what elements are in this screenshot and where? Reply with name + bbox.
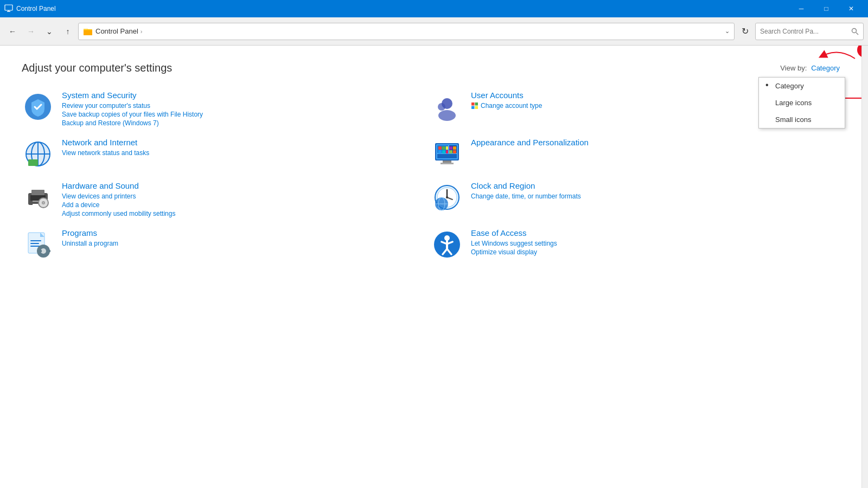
category-programs: Programs Uninstall a program	[22, 228, 431, 261]
close-button[interactable]: ✕	[839, 0, 864, 17]
ease-text: Ease of Access Let Windows suggest setti…	[471, 228, 840, 256]
svg-rect-57	[30, 243, 39, 244]
hardware-title[interactable]: Hardware and Sound	[62, 181, 431, 190]
clock-link-1[interactable]: Change date, time, or number formats	[471, 192, 840, 200]
svg-rect-64	[47, 250, 50, 252]
clock-title[interactable]: Clock and Region	[471, 181, 840, 190]
appearance-title[interactable]: Appearance and Personalization	[471, 138, 840, 147]
appearance-icon	[431, 138, 463, 170]
svg-rect-29	[453, 146, 456, 150]
category-hardware-sound: Hardware and Sound View devices and prin…	[22, 181, 431, 217]
svg-rect-33	[449, 150, 452, 153]
user-accounts-link-1[interactable]: Change account type	[481, 102, 542, 110]
svg-rect-58	[30, 246, 40, 247]
breadcrumb-sep: ›	[141, 28, 143, 35]
network-link-1[interactable]: View network status and tasks	[62, 149, 431, 157]
back-button[interactable]: ←	[4, 23, 21, 40]
categories-grid: System and Security Review your computer…	[22, 91, 840, 261]
view-by-container: View by: Category 1	[780, 64, 840, 72]
minimize-button[interactable]: ─	[789, 0, 814, 17]
search-icon	[851, 28, 859, 35]
programs-title[interactable]: Programs	[62, 228, 431, 237]
svg-rect-28	[449, 146, 452, 150]
titlebar-title: Control Panel	[16, 5, 789, 12]
address-box: Control Panel › ⌄	[78, 23, 735, 40]
network-title[interactable]: Network and Internet	[62, 138, 431, 147]
recent-button[interactable]: ⌄	[41, 23, 58, 40]
breadcrumb-item[interactable]: Control Panel	[95, 27, 138, 35]
system-security-title[interactable]: System and Security	[62, 91, 431, 100]
network-text: Network and Internet View network status…	[62, 138, 431, 157]
svg-rect-0	[5, 5, 12, 10]
maximize-button[interactable]: □	[814, 0, 839, 17]
svg-line-5	[856, 33, 858, 35]
svg-rect-63	[39, 250, 42, 252]
hardware-link-2[interactable]: Add a device	[62, 201, 431, 209]
category-network-internet: Network and Internet View network status…	[22, 138, 431, 170]
system-security-link-1[interactable]: Review your computer's status	[62, 102, 431, 110]
category-appearance: Appearance and Personalization	[431, 138, 840, 170]
ease-link-2[interactable]: Optimize visual display	[471, 248, 840, 256]
dropdown-item-category[interactable]: Category	[759, 78, 845, 94]
svg-rect-56	[30, 240, 41, 241]
main-area: Adjust your computer's settings View by:…	[0, 46, 868, 488]
page-header: Adjust your computer's settings View by:…	[22, 62, 840, 74]
svg-rect-10	[471, 102, 475, 106]
titlebar-controls: ─ □ ✕	[789, 0, 864, 17]
address-dropdown-btn[interactable]: ⌄	[725, 28, 730, 35]
clock-text: Clock and Region Change date, time, or n…	[471, 181, 840, 200]
search-input[interactable]	[760, 28, 851, 35]
search-box[interactable]	[755, 23, 864, 40]
view-by-dropdown: Category Large icons Small icons	[758, 77, 845, 129]
annotation-1: 1	[857, 46, 861, 57]
content-area: Adjust your computer's settings View by:…	[0, 46, 861, 488]
ease-of-access-icon	[431, 228, 463, 261]
svg-rect-25	[438, 146, 442, 150]
view-by-value[interactable]: Category	[811, 64, 840, 72]
annotation-arrow-1	[817, 46, 860, 64]
clock-icon	[431, 181, 463, 214]
svg-rect-32	[446, 150, 448, 153]
user-accounts-icon	[431, 91, 463, 123]
svg-rect-61	[42, 245, 44, 248]
svg-rect-26	[442, 146, 445, 150]
category-ease-of-access: Ease of Access Let Windows suggest setti…	[431, 228, 840, 261]
svg-rect-19	[28, 159, 38, 166]
hardware-link-1[interactable]: View devices and printers	[62, 192, 431, 200]
dropdown-item-small-icons[interactable]: Small icons	[759, 111, 845, 128]
address-breadcrumb: Control Panel ›	[95, 27, 142, 35]
ease-title[interactable]: Ease of Access	[471, 228, 840, 237]
svg-rect-35	[443, 160, 451, 163]
programs-icon	[22, 228, 54, 261]
dropdown-item-large-icons[interactable]: Large icons	[759, 94, 845, 111]
svg-point-45	[43, 202, 44, 204]
refresh-button[interactable]: ↻	[737, 23, 753, 40]
up-button[interactable]: ↑	[60, 23, 76, 40]
hardware-icon	[22, 181, 54, 214]
appearance-text: Appearance and Personalization	[471, 138, 840, 149]
svg-rect-24	[437, 154, 457, 158]
programs-link-1[interactable]: Uninstall a program	[62, 240, 431, 247]
forward-button[interactable]: →	[23, 23, 39, 40]
svg-rect-31	[442, 150, 445, 153]
view-by-label: View by:	[780, 64, 807, 72]
addressbar: ← → ⌄ ↑ Control Panel › ⌄ ↻	[0, 17, 868, 46]
system-security-link-2[interactable]: Save backup copies of your files with Fi…	[62, 111, 431, 118]
hardware-text: Hardware and Sound View devices and prin…	[62, 181, 431, 217]
svg-rect-36	[441, 163, 454, 164]
svg-rect-12	[471, 106, 475, 110]
svg-point-4	[852, 28, 857, 33]
windows-flag-icon	[471, 102, 478, 110]
hardware-link-3[interactable]: Adjust commonly used mobility settings	[62, 210, 431, 217]
ease-link-1[interactable]: Let Windows suggest settings	[471, 240, 840, 247]
programs-text: Programs Uninstall a program	[62, 228, 431, 247]
svg-rect-62	[42, 254, 44, 257]
system-security-icon	[22, 91, 54, 123]
svg-point-51	[446, 196, 448, 198]
network-icon	[22, 138, 54, 170]
svg-rect-27	[446, 146, 448, 150]
page-title: Adjust your computer's settings	[22, 62, 172, 74]
scrollbar[interactable]	[861, 46, 868, 488]
system-security-link-3[interactable]: Backup and Restore (Windows 7)	[62, 119, 431, 127]
svg-point-9	[438, 103, 445, 111]
